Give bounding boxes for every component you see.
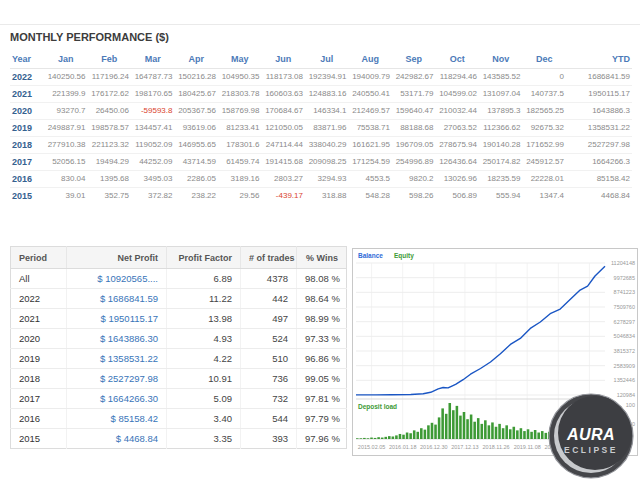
y-axis-label: 5046834 [614,333,635,339]
period-cell: 2015 [11,429,67,449]
month-cell: 190140.28 [479,136,523,153]
deposit-load-bar [409,433,412,439]
deposit-load-bar [448,403,451,439]
month-cell: 104599.02 [436,85,480,102]
deposit-load-bar [459,416,462,439]
profit-factor-cell: 3.35 [167,429,241,449]
month-cell: 3189.16 [218,170,262,187]
month-cell: 143585.52 [479,68,523,85]
monthly-row: 2019249887.91198578.57134457.4193619.068… [10,119,632,136]
month-cell: 548.28 [349,187,393,204]
monthly-col-header: Oct [436,50,480,68]
deposit-load-bar [502,428,505,439]
deposit-load-bar [374,438,377,439]
month-cell: 75538.71 [349,119,393,136]
month-cell: 22228.01 [523,170,567,187]
summary-col-header: Period [11,247,67,269]
month-cell: 180425.67 [175,85,219,102]
month-cell: 126436.64 [436,153,480,170]
month-cell: 92675.32 [523,119,567,136]
deposit-load-bar [463,412,466,439]
month-cell: 170684.67 [262,102,306,119]
month-cell: 27063.52 [436,119,480,136]
deposit-load-bar [434,425,437,439]
deposit-load-bar [534,430,537,439]
deposit-load-bar [445,414,448,439]
month-cell: 52056.15 [44,153,88,170]
summary-row: 2021$ 1950115.1713.9849798.99 % [11,309,347,329]
month-cell: 13026.96 [436,170,480,187]
monthly-row: 2018277910.38221123.32119052.09146955.65… [10,136,632,153]
deposit-load-bar [484,420,487,439]
month-cell: 158769.98 [218,102,262,119]
deposit-load-bar [370,438,373,439]
month-cell: 171254.59 [349,153,393,170]
deposit-load-bar [491,422,494,439]
month-cell: 1347.4 [523,187,567,204]
year-cell: 2017 [10,153,44,170]
monthly-col-header: Aug [349,50,393,68]
monthly-row: 2021221399.9176172.62198170.65180425.672… [10,85,632,102]
year-cell: 2021 [10,85,44,102]
month-cell: 124883.16 [305,85,349,102]
period-cell: 2020 [11,329,67,349]
year-cell: 2018 [10,136,44,153]
period-cell: 2016 [11,409,67,429]
month-cell: 277910.38 [44,136,88,153]
month-cell: 118294.46 [436,68,480,85]
y-axis-label: 11204148 [611,260,635,266]
month-cell: 93619.06 [175,119,219,136]
month-cell: 39.01 [44,187,88,204]
month-cell: 205367.56 [175,102,219,119]
net-profit-cell: $ 4468.84 [67,429,167,449]
wins-cell: 97.79 % [297,409,347,429]
deposit-load-bar [498,424,501,439]
aura-eclipse-logo: AURA ECLIPSE [548,393,634,479]
monthly-header-row: YearJanFebMarAprMayJunJulAugSepOctNovDec… [10,50,632,68]
month-cell: 81233.41 [218,119,262,136]
deposit-load-bar [473,422,476,439]
deposit-load-bar [452,410,455,439]
year-cell: 2019 [10,119,44,136]
month-cell: 137895.3 [479,102,523,119]
logo-svg: AURA ECLIPSE [548,393,634,479]
trades-cell: 732 [241,389,297,409]
deposit-load-bar [424,430,427,439]
monthly-col-header: Feb [88,50,132,68]
deposit-load-bar [441,408,444,439]
month-cell: 104950.35 [218,68,262,85]
year-cell: 2020 [10,102,44,119]
month-cell: -439.17 [262,187,306,204]
legend-label: Equity [394,252,414,260]
monthly-col-header: YTD [566,50,632,68]
period-cell: 2018 [11,369,67,389]
y-axis-label: 9972685 [614,275,635,281]
y-axis-label: 3815372 [614,348,635,354]
x-axis-label: 2016.01.18 [389,444,417,450]
trades-cell: 736 [241,369,297,389]
month-cell: 119052.09 [131,136,175,153]
period-cell: 2017 [11,389,67,409]
month-cell: 352.75 [88,187,132,204]
deposit-load-bar [438,417,441,439]
month-cell: 221399.9 [44,85,88,102]
month-cell: 3495.03 [131,170,175,187]
trades-cell: 4378 [241,269,297,289]
month-cell: 506.89 [436,187,480,204]
x-axis-label: 2018.11.26 [483,444,510,450]
period-cell: 2022 [11,289,67,309]
month-cell: 372.82 [131,187,175,204]
profit-factor-cell: 3.40 [167,409,241,429]
month-cell: 161621.95 [349,136,393,153]
deposit-load-bar [470,415,473,439]
year-cell: 2015 [10,187,44,204]
net-profit-cell: $ 1950115.17 [67,309,167,329]
wins-cell: 98.64 % [297,289,347,309]
monthly-row: 201539.01352.75372.82238.2229.56-439.173… [10,187,632,204]
month-cell: 218303.78 [218,85,262,102]
yearly-summary-table: PeriodNet ProfitProfit Factor# of trades… [10,246,347,449]
top-divider [0,24,640,25]
trades-cell: 393 [241,429,297,449]
deposit-load-bar [416,432,419,439]
month-cell: 247114.44 [262,136,306,153]
